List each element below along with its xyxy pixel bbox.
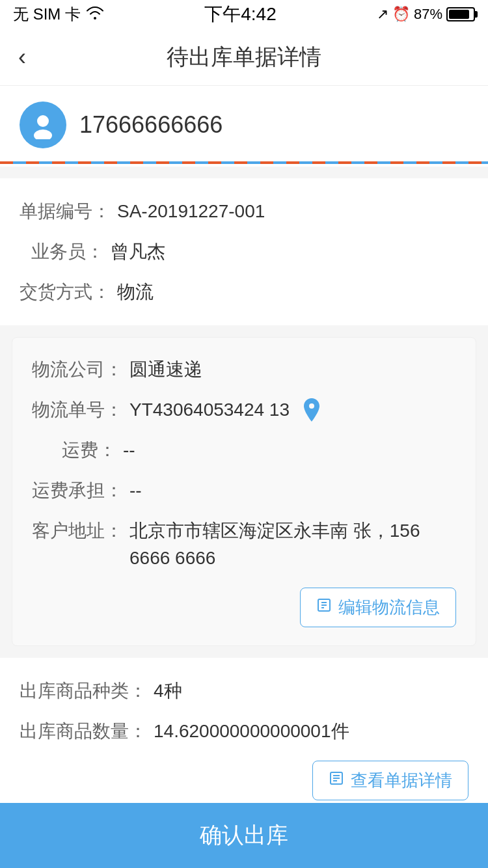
doc-number-label: 单据编号： [20,198,117,225]
product-quantity-label: 出库商品数量： [20,718,154,745]
map-pin-icon[interactable] [300,398,323,422]
product-types-row: 出库商品种类： 4种 [20,677,468,705]
basic-info-section: 单据编号： SA-20191227-001 业务员： 曾凡杰 交货方式： 物流 [0,178,488,325]
tracking-number-value: YT43064053424 13 [129,396,456,424]
sales-person-row: 业务员： 曾凡杰 [20,238,468,265]
avatar [20,102,66,148]
sales-person-value: 曾凡杰 [111,238,468,265]
tracking-number-row: 物流单号： YT43064053424 13 [32,396,456,424]
product-types-label: 出库商品种类： [20,677,154,705]
logistics-section: 物流公司： 圆通速递 物流单号： YT43064053424 13 运费： --… [12,337,476,646]
battery-icon [446,7,475,21]
freight-value: -- [123,437,456,464]
carrier-text: 无 SIM 卡 [13,4,81,25]
delivery-method-value: 物流 [117,278,468,306]
nav-bar: ‹ 待出库单据详情 [0,29,488,86]
address-value: 北京市市辖区海淀区永丰南 张，156 6666 6666 [129,517,456,572]
freight-label: 运费： [32,437,123,464]
alarm-icon: ⏰ [392,6,410,23]
customer-header: 17666666666 [0,86,488,167]
status-right: ↗ ⏰ 87% [377,6,475,23]
view-detail-btn-wrap: 查看单据详情 [20,761,468,800]
product-types-value: 4种 [154,677,468,705]
battery-percentage: 87% [414,6,442,23]
address-label: 客户地址： [32,517,129,545]
logistics-company-row: 物流公司： 圆通速递 [32,356,456,383]
logistics-company-label: 物流公司： [32,356,129,383]
logistics-company-value: 圆通速递 [129,356,456,383]
doc-number-row: 单据编号： SA-20191227-001 [20,198,468,225]
product-quantity-row: 出库商品数量： 14.620000000000001件 [20,718,468,745]
edit-logistics-btn-wrap: 编辑物流信息 [32,588,456,627]
status-bar: 无 SIM 卡 下午4:42 ↗ ⏰ 87% [0,0,488,29]
freight-bearer-label: 运费承担： [32,477,129,504]
delivery-method-label: 交货方式： [20,278,117,306]
battery-fill [449,10,469,19]
address-row: 客户地址： 北京市市辖区海淀区永丰南 张，156 6666 6666 [32,517,456,572]
edit-icon [316,597,332,617]
view-detail-button[interactable]: 查看单据详情 [312,761,468,800]
product-section: 出库商品种类： 4种 出库商品数量： 14.620000000000001件 查… [0,658,488,820]
freight-bearer-value: -- [129,477,456,504]
back-button[interactable]: ‹ [18,44,26,71]
location-status-icon: ↗ [377,6,388,23]
wifi-icon [86,5,104,23]
product-quantity-value: 14.620000000000001件 [154,718,468,745]
tracking-number-label: 物流单号： [32,396,129,424]
list-icon [329,770,344,791]
edit-logistics-button[interactable]: 编辑物流信息 [300,588,456,627]
sales-person-label: 业务员： [20,238,111,265]
svg-point-1 [34,129,52,139]
status-left: 无 SIM 卡 [13,4,104,25]
doc-number-value: SA-20191227-001 [117,198,468,225]
freight-bearer-row: 运费承担： -- [32,477,456,504]
status-time: 下午4:42 [204,2,277,27]
svg-point-0 [37,115,49,127]
delivery-method-row: 交货方式： 物流 [20,278,468,306]
freight-row: 运费： -- [32,437,456,464]
page-title: 待出库单据详情 [167,42,321,72]
confirm-button-label: 确认出库 [200,821,288,850]
confirm-bar[interactable]: 确认出库 [0,803,488,868]
customer-phone: 17666666666 [79,111,223,139]
